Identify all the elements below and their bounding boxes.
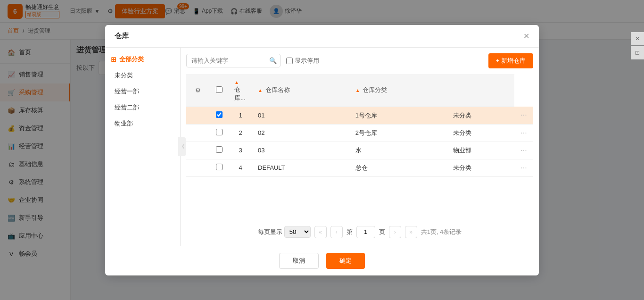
row-check-0[interactable] xyxy=(210,107,229,124)
category-collapse-btn[interactable]: 《 xyxy=(178,137,186,156)
row-gear-2 xyxy=(186,142,210,159)
category-sidebar: ⊞ 全部分类 未分类 经营一部 经营二部 物业部 《 xyxy=(105,48,181,246)
close-window-btn[interactable]: ✕ xyxy=(631,32,644,45)
last-page-btn[interactable]: » xyxy=(405,226,417,238)
modal-main-panel: 🔍 显示停用 + 新增仓库 ⚙ ▲ xyxy=(181,48,539,246)
col-header-code: 仓库... xyxy=(234,86,246,101)
resize-window-btn[interactable]: ⊡ xyxy=(631,46,644,59)
sort-icon-cat: ▲ xyxy=(355,88,360,93)
row-more-2[interactable]: ··· xyxy=(514,142,533,159)
th-more xyxy=(447,74,514,107)
row-name-2: 水 xyxy=(350,142,447,159)
col-header-category: 仓库分类 xyxy=(363,86,387,93)
page-label: 第 xyxy=(347,228,353,236)
row-no-3: 4 xyxy=(229,159,252,176)
modal-body: ⊞ 全部分类 未分类 经营一部 经营二部 物业部 《 🔍 xyxy=(105,48,539,246)
row-gear-3 xyxy=(186,159,210,176)
table-row[interactable]: 2 02 2号仓库 未分类 ··· xyxy=(186,124,533,142)
row-category-2: 物业部 xyxy=(447,142,514,159)
first-page-btn[interactable]: « xyxy=(314,226,327,238)
prev-page-btn[interactable]: ‹ xyxy=(330,226,343,238)
row-no-1: 2 xyxy=(229,124,252,142)
select-all-checkbox[interactable] xyxy=(216,86,223,93)
grid-icon: ⊞ xyxy=(111,56,116,63)
per-page-select[interactable]: 50 100 200 xyxy=(284,226,311,238)
warehouse-table: ⚙ ▲ 仓库... ▲ 仓库名称 ▲ xyxy=(186,74,533,177)
sort-icon-name: ▲ xyxy=(258,88,263,93)
row-name-0: 1号仓库 xyxy=(350,107,447,124)
modal-close-btn[interactable]: ✕ xyxy=(523,32,529,41)
page-unit: 页 xyxy=(379,228,385,236)
add-warehouse-btn[interactable]: + 新增仓库 xyxy=(488,53,533,68)
category-all-label: 全部分类 xyxy=(119,55,144,64)
row-gear-1 xyxy=(186,124,210,142)
row-no-2: 3 xyxy=(229,142,252,159)
th-name: ▲ 仓库名称 xyxy=(252,74,350,107)
row-name-1: 2号仓库 xyxy=(350,124,447,142)
next-page-btn[interactable]: › xyxy=(389,226,401,238)
row-code-2: 03 xyxy=(252,142,350,159)
search-bar: 🔍 显示停用 + 新增仓库 xyxy=(186,53,533,68)
row-code-1: 02 xyxy=(252,124,350,142)
row-name-3: 总仓 xyxy=(350,159,447,176)
category-item-uncategorized[interactable]: 未分类 xyxy=(105,67,180,83)
modal-footer: 取消 确定 xyxy=(105,246,539,275)
search-input-wrap: 🔍 xyxy=(186,54,281,67)
row-check-3[interactable] xyxy=(210,159,229,176)
category-all[interactable]: ⊞ 全部分类 xyxy=(105,51,180,67)
row-check-2[interactable] xyxy=(210,142,229,159)
modal-title: 仓库 xyxy=(115,32,129,41)
category-item-ops1[interactable]: 经营一部 xyxy=(105,83,180,100)
confirm-btn[interactable]: 确定 xyxy=(326,253,365,269)
col-header-name: 仓库名称 xyxy=(265,86,290,93)
table-row[interactable]: 4 DEFAULT 总仓 未分类 ··· xyxy=(186,159,533,176)
per-page-label: 每页显示 xyxy=(258,228,282,236)
row-gear-0 xyxy=(186,107,210,124)
row-check-1[interactable] xyxy=(210,124,229,142)
show-disabled-label: 显示停用 xyxy=(286,57,319,65)
cancel-btn[interactable]: 取消 xyxy=(279,253,319,269)
table-header: ⚙ ▲ 仓库... ▲ 仓库名称 ▲ xyxy=(186,74,533,107)
window-controls: ✕ ⊡ xyxy=(631,32,644,59)
row-more-3[interactable]: ··· xyxy=(514,159,533,176)
search-input[interactable] xyxy=(186,54,281,67)
row-code-0: 01 xyxy=(252,107,350,124)
th-check xyxy=(210,74,229,107)
row-more-0[interactable]: ··· xyxy=(514,107,533,124)
row-code-3: DEFAULT xyxy=(252,159,350,176)
show-disabled-checkbox[interactable] xyxy=(286,58,293,64)
modal-backdrop: 仓库 ✕ ⊞ 全部分类 未分类 经营一部 经营二部 物业部 《 xyxy=(0,0,644,300)
category-item-ops2[interactable]: 经营二部 xyxy=(105,100,180,116)
modal-header: 仓库 ✕ xyxy=(105,25,539,48)
category-item-property[interactable]: 物业部 xyxy=(105,116,180,132)
table-row[interactable]: 1 01 1号仓库 未分类 ··· xyxy=(186,107,533,124)
row-category-0: 未分类 xyxy=(447,107,514,124)
table-row[interactable]: 3 03 水 物业部 ··· xyxy=(186,142,533,159)
page-total: 共1页, 4条记录 xyxy=(421,228,462,236)
row-more-1[interactable]: ··· xyxy=(514,124,533,142)
th-category: ▲ 仓库分类 xyxy=(350,74,447,107)
th-code: ▲ 仓库... xyxy=(229,74,252,107)
warehouse-modal: 仓库 ✕ ⊞ 全部分类 未分类 经营一部 经营二部 物业部 《 xyxy=(105,25,539,275)
sort-icon-code: ▲ xyxy=(234,80,239,85)
row-category-3: 未分类 xyxy=(447,159,514,176)
th-gear: ⚙ xyxy=(186,74,210,107)
table-body: 1 01 1号仓库 未分类 ··· 2 02 2号仓库 未分类 ··· 3 03… xyxy=(186,107,533,176)
pagination: 每页显示 50 100 200 « ‹ 第 页 › » 共1页, 4条记录 xyxy=(186,220,533,240)
page-input[interactable] xyxy=(356,226,375,238)
row-no-0: 1 xyxy=(229,107,252,124)
row-category-1: 未分类 xyxy=(447,124,514,142)
search-icon[interactable]: 🔍 xyxy=(269,57,277,64)
per-page-control: 每页显示 50 100 200 xyxy=(258,226,311,238)
show-disabled-text: 显示停用 xyxy=(295,57,319,65)
